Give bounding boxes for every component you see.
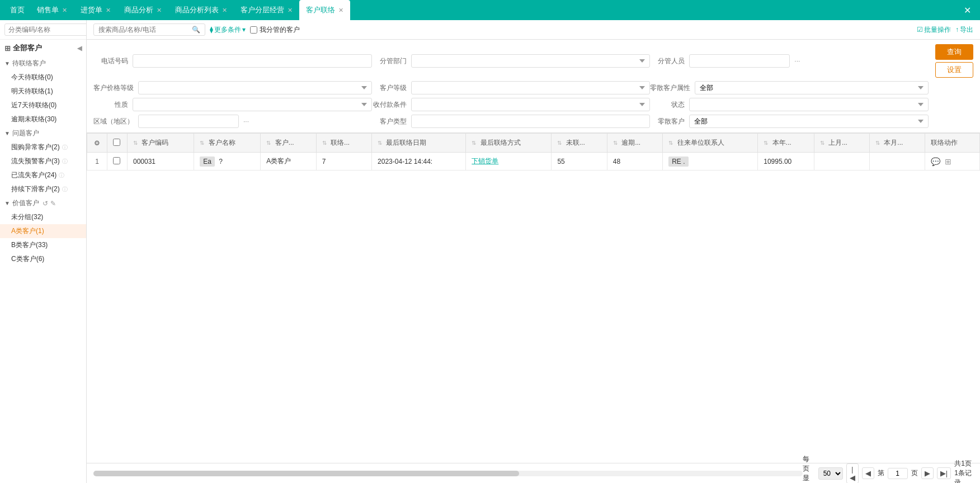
col-code[interactable]: ⇅ 客户编码	[128, 134, 194, 153]
retail-attr-select[interactable]: 全部	[695, 81, 929, 94]
tab-customer-segment[interactable]: 客户分层经营 ✕	[234, 0, 299, 20]
retail-select[interactable]: 全部	[689, 115, 929, 128]
export-button[interactable]: ↑ 导出	[955, 25, 973, 35]
tab-product-analysis-list[interactable]: 商品分析列表 ✕	[168, 0, 234, 20]
scrollbar-thumb[interactable]	[93, 471, 519, 476]
col-not-contacted[interactable]: ⇅ 未联...	[552, 134, 607, 153]
col-this-year[interactable]: ⇅ 本年...	[758, 134, 814, 153]
value-customers-group[interactable]: ▼ 价值客户 ↺ ✎	[0, 196, 86, 210]
query-button[interactable]: 查询	[935, 44, 973, 60]
col-gear[interactable]: ⚙	[87, 134, 107, 153]
more-filters-button[interactable]: ⧫ 更多条件 ▾	[210, 25, 246, 35]
dept-select[interactable]	[411, 54, 651, 68]
sort-icon-ty: ⇅	[764, 140, 768, 146]
sidebar-item-class-c[interactable]: C类客户(6)	[0, 252, 86, 266]
staff-input[interactable]	[689, 54, 790, 68]
refresh-icon[interactable]: ↺	[43, 200, 48, 207]
sidebar-item-hoarding[interactable]: 囤购异常客户(2) ⓘ	[0, 140, 86, 154]
comment-icon[interactable]: 💬	[931, 157, 940, 166]
region-input[interactable]	[138, 115, 239, 128]
phone-input[interactable]	[133, 54, 372, 68]
filter-row-4: 区域（地区） ··· 客户类型 零散客户 全部	[93, 115, 973, 128]
tab-sales[interactable]: 销售单 ✕	[30, 0, 74, 20]
settings-button[interactable]: 设置	[935, 62, 973, 78]
payment-select[interactable]	[411, 98, 651, 111]
top-close-button[interactable]: ✕	[959, 5, 976, 16]
close-purchase-tab[interactable]: ✕	[106, 7, 111, 14]
col-this-month[interactable]: ⇅ 本月...	[869, 134, 925, 153]
col-last-date[interactable]: ⇅ 最后联络日期	[372, 134, 466, 153]
sidebar-item-7days[interactable]: 近7天待联络(0)	[0, 98, 86, 112]
last-page-btn[interactable]: ▶|	[937, 467, 951, 479]
sidebar-item-class-b[interactable]: B类客户(33)	[0, 238, 86, 252]
sidebar-item-churn-warning[interactable]: 流失预警客户(3) ⓘ	[0, 154, 86, 168]
row-last-method[interactable]: 下销货单	[466, 153, 552, 171]
first-page-btn[interactable]: |◀	[846, 463, 859, 484]
main-search-input[interactable]	[98, 26, 192, 34]
staff-dots[interactable]: ···	[790, 55, 804, 67]
col-contact-num[interactable]: ⇅ 联络...	[316, 134, 371, 153]
col-name[interactable]: ⇅ 客户名称	[194, 134, 261, 153]
sidebar-item-churned[interactable]: 已流失客户(24) ⓘ	[0, 168, 86, 182]
pending-contact-group[interactable]: ▼ 待联络客户	[0, 56, 86, 70]
col-last-method[interactable]: ⇅ 最后联络方式	[466, 134, 552, 153]
tab-purchase[interactable]: 进货单 ✕	[74, 0, 117, 20]
col-overdue[interactable]: ⇅ 逾期...	[607, 134, 662, 153]
filter-price-grade: 客户价格等级	[93, 81, 372, 94]
sidebar-item-overdue[interactable]: 逾期未联络(30)	[0, 112, 86, 126]
tab-product-analysis[interactable]: 商品分析 ✕	[117, 0, 168, 20]
total-label: 共1页 1条记录	[954, 459, 973, 483]
page-input[interactable]	[888, 468, 908, 479]
info-icon-3: ⓘ	[59, 172, 64, 179]
row-checkbox-cell[interactable]	[107, 153, 128, 171]
info-icon-2: ⓘ	[62, 158, 68, 165]
customer-grade-select[interactable]	[411, 81, 651, 94]
next-page-btn[interactable]: ▶	[921, 467, 934, 479]
col-last-month[interactable]: ⇅ 上月...	[814, 134, 869, 153]
sidebar: 🔍 ⊞ 全部客户 ◀ ▼ 待联络客户 今天待联络(0) 明天待联络(1) 近7天…	[0, 20, 87, 483]
col-type[interactable]: ⇅ 客户...	[261, 134, 316, 153]
sidebar-search-input[interactable]	[4, 23, 87, 36]
nature-select[interactable]	[133, 98, 372, 111]
my-customers-checkbox[interactable]	[250, 26, 257, 34]
select-all-checkbox[interactable]	[113, 139, 120, 146]
main-search-icon[interactable]: 🔍	[192, 26, 200, 34]
filter-row-1: 电话号码 分管部门 分管人员 ··· 查询 设置	[93, 44, 973, 78]
my-customers-checkbox-label[interactable]: 我分管的客户	[250, 25, 300, 35]
sidebar-item-tomorrow[interactable]: 明天待联络(1)	[0, 84, 86, 98]
row-contact-num: 7	[316, 153, 371, 171]
price-grade-select[interactable]	[138, 81, 372, 94]
collapse-icon[interactable]: ◀	[77, 45, 82, 52]
close-contact-tab[interactable]: ✕	[338, 7, 343, 14]
row-checkbox[interactable]	[113, 157, 120, 164]
region-dots[interactable]: ···	[239, 115, 253, 127]
horizontal-scrollbar[interactable]	[93, 471, 803, 476]
close-product-list-tab[interactable]: ✕	[222, 7, 227, 14]
table-header-row: ⚙ ⇅ 客户编码 ⇅ 客户名称	[87, 134, 980, 153]
sidebar-item-declining[interactable]: 持续下滑客户(2) ⓘ	[0, 182, 86, 196]
tab-customer-contact[interactable]: 客户联络 ✕	[299, 0, 350, 20]
row-this-year: 10995.00	[758, 153, 814, 171]
per-page-select[interactable]: 50	[818, 467, 843, 480]
all-customers-header[interactable]: ⊞ 全部客户 ◀	[0, 40, 86, 56]
sidebar-item-ungrouped[interactable]: 未分组(32)	[0, 210, 86, 224]
close-sales-tab[interactable]: ✕	[62, 7, 67, 14]
col-checkbox[interactable]	[107, 134, 128, 153]
problem-customers-group[interactable]: ▼ 问题客户	[0, 126, 86, 140]
col-unit-contact[interactable]: ⇅ 往来单位联系人	[663, 134, 758, 153]
sidebar-item-today[interactable]: 今天待联络(0)	[0, 70, 86, 84]
cust-type-input[interactable]	[411, 115, 651, 128]
last-method-link[interactable]: 下销货单	[472, 157, 498, 165]
close-segment-tab[interactable]: ✕	[288, 7, 293, 14]
gear-icon[interactable]: ⚙	[94, 139, 100, 147]
home-tab[interactable]: 首页	[4, 0, 30, 20]
close-product-tab[interactable]: ✕	[157, 7, 162, 14]
sidebar-item-class-a[interactable]: A类客户(1)	[0, 224, 86, 238]
table-area: ⚙ ⇅ 客户编码 ⇅ 客户名称	[87, 133, 980, 463]
row-overdue: 48	[607, 153, 662, 171]
batch-op-button[interactable]: ☑ 批量操作	[917, 25, 951, 35]
prev-page-btn[interactable]: ◀	[862, 467, 874, 479]
qr-icon[interactable]: ⊞	[945, 157, 951, 166]
edit-icon[interactable]: ✎	[50, 200, 56, 207]
status-select[interactable]	[689, 98, 929, 111]
